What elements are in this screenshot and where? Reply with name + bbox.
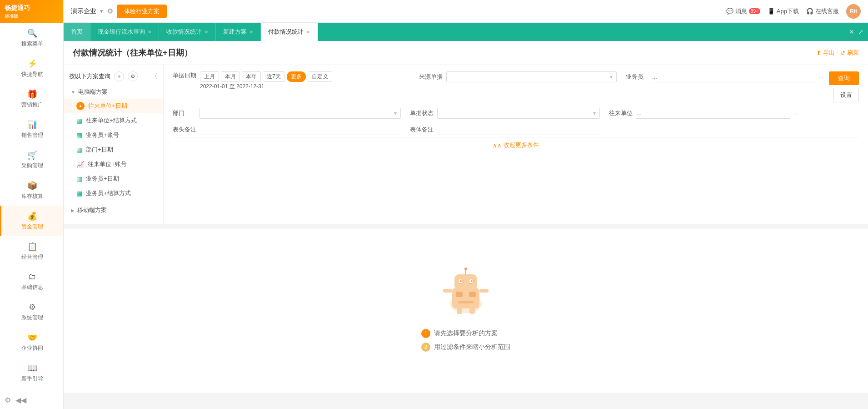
date-btn-本月[interactable]: 本月 <box>221 71 240 82</box>
sidebar-item-nav[interactable]: ⚡快捷导航 <box>0 53 63 84</box>
source-select[interactable]: ▾ <box>446 71 617 82</box>
source-dropdown-icon: ▾ <box>610 74 613 80</box>
scheme-item-s4[interactable]: ▦部门+日期 <box>64 142 163 157</box>
svg-rect-3 <box>469 292 476 297</box>
scheme-active-dot-s1: ● <box>76 102 85 110</box>
scheme-settings-button[interactable]: ⚙ <box>128 71 138 81</box>
filter-action-buttons: 查询 设置 <box>829 71 859 102</box>
tab-payment[interactable]: 付款情况统计✕ <box>261 23 318 41</box>
status-select[interactable]: ▾ <box>437 108 600 119</box>
tab-close-payment[interactable]: ✕ <box>306 30 310 35</box>
status-filter-group: 单据状态 ▾ <box>410 108 609 119</box>
scheme-item-s2[interactable]: ▦往来单位+结算方式 <box>64 113 163 128</box>
sidebar-item-guide[interactable]: 📖新手引导 <box>0 358 63 388</box>
body-note-group: 表体备注 <box>410 124 609 135</box>
date-btn-上月[interactable]: 上月 <box>200 71 219 82</box>
date-btn-本年[interactable]: 本年 <box>242 71 261 82</box>
scheme-chart-icon-s5: 📈 <box>76 161 84 168</box>
sidebar-item-system[interactable]: ⚙系统管理 <box>0 297 63 327</box>
tabs-expand-icon[interactable]: ⤢ <box>858 28 863 35</box>
scheme-item-s7[interactable]: ▦业务员+结算方式 <box>64 186 163 201</box>
topbar-settings-icon[interactable]: ⚙ <box>107 7 113 15</box>
query-button[interactable]: 查询 <box>829 71 859 85</box>
header-note-label: 表头备注 <box>173 126 196 134</box>
system-icon: ⚙ <box>29 302 36 312</box>
sidebar-item-sales[interactable]: 📊销售管理 <box>0 114 63 145</box>
content-area: 付款情况统计（往来单位+日期） ⬆ 导出 ↺ 刷新 按以下方案查询 <box>64 41 868 409</box>
sidebar-item-capital[interactable]: 💰资金管理 <box>0 206 63 236</box>
tab-label-payment: 付款情况统计 <box>268 28 304 36</box>
topbar: 演示企业 ▾ ⚙ 体验行业方案 💬 消息 99+ 📱 App下载 🎧 在线客服 … <box>64 0 868 23</box>
company-dropdown-icon[interactable]: ▾ <box>100 8 103 15</box>
scheme-item-s6[interactable]: ▦业务员+日期 <box>64 172 163 186</box>
tab-new[interactable]: 新建方案✕ <box>216 23 261 41</box>
trial-button[interactable]: 体验行业方案 <box>117 5 167 18</box>
collab-icon: 🤝 <box>27 333 37 343</box>
message-button[interactable]: 💬 消息 99+ <box>726 7 760 15</box>
collapse-scheme-button[interactable]: 〈 <box>151 72 158 81</box>
sidebar-item-label-purchase: 采购管理 <box>21 162 43 170</box>
settings-footer-icon[interactable]: ⚙ <box>5 396 11 404</box>
inventory-icon: 📦 <box>27 181 37 191</box>
collapse-label: 收起更多条件 <box>504 141 539 149</box>
empty-state: 1 请先选择要分析的方案 2 用过滤条件来缩小分析范围 <box>64 229 868 393</box>
sidebar-item-label-basic: 基础信息 <box>21 283 43 291</box>
tab-income[interactable]: 收款情况统计✕ <box>159 23 216 41</box>
scheme-label-s6: 业务员+日期 <box>86 175 119 183</box>
dept-select[interactable]: ▾ <box>199 108 401 119</box>
tab-home[interactable]: 首页 <box>64 23 90 41</box>
topbar-right: 💬 消息 99+ 📱 App下载 🎧 在线客服 Rit <box>726 4 861 19</box>
partner-filter-group: 往来单位 ··· <box>609 108 804 119</box>
empty-tip-1: 1 请先选择要分析的方案 <box>421 329 510 338</box>
desktop-scheme-title[interactable]: ▼ 电脑端方案 <box>64 85 163 99</box>
body-note-input[interactable] <box>437 124 600 135</box>
tab-label-income: 收款情况统计 <box>166 28 202 36</box>
sidebar-item-operations[interactable]: 📋经营管理 <box>0 236 63 267</box>
salesperson-input[interactable] <box>652 71 815 82</box>
date-btn-自定义[interactable]: 自定义 <box>308 71 332 82</box>
tab-close-bank[interactable]: ✕ <box>148 30 151 35</box>
svg-rect-4 <box>458 301 474 303</box>
scheme-item-s1[interactable]: ●往来单位+日期 <box>64 99 163 113</box>
tabs-close-all-icon[interactable]: ✕ <box>849 28 854 35</box>
sidebar-item-basic[interactable]: 🗂基础信息 <box>0 267 63 297</box>
empty-tip-2: 2 用过滤条件来缩小分析范围 <box>421 343 510 352</box>
app-download-button[interactable]: 📱 App下载 <box>768 7 799 15</box>
refresh-button[interactable]: ↺ 刷新 <box>840 49 859 57</box>
sidebar-item-label-guide: 新手引导 <box>21 375 43 383</box>
marketing-icon: 🎁 <box>27 89 37 99</box>
date-btn-更多[interactable]: 更多 <box>287 71 306 82</box>
sidebar-item-marketing[interactable]: 🎁营销推广 <box>0 84 63 114</box>
partner-more-icon[interactable]: ··· <box>794 110 799 117</box>
filter-settings-button[interactable]: 设置 <box>833 88 859 102</box>
tab-bank[interactable]: 现金银行流水查询✕ <box>90 23 159 41</box>
mobile-scheme-title[interactable]: ▶ 移动端方案 <box>64 203 163 217</box>
sidebar-item-purchase[interactable]: 🛒采购管理 <box>0 145 63 175</box>
empty-tips: 1 请先选择要分析的方案 2 用过滤条件来缩小分析范围 <box>421 329 510 356</box>
tab-close-new[interactable]: ✕ <box>249 30 253 35</box>
salesperson-more-icon[interactable]: ··· <box>818 74 823 81</box>
tab-close-income[interactable]: ✕ <box>205 30 208 35</box>
user-avatar[interactable]: Rit <box>846 4 861 19</box>
header-note-input[interactable] <box>200 124 401 135</box>
scheme-item-s5[interactable]: 📈往来单位+账号 <box>64 157 163 172</box>
sidebar-item-collab[interactable]: 🤝企业协同 <box>0 327 63 358</box>
sidebar-item-label-search: 搜索菜单 <box>21 40 43 48</box>
date-btn-近7天[interactable]: 近7天 <box>263 71 285 82</box>
sidebar-item-search[interactable]: 🔍搜索菜单 <box>0 23 63 53</box>
collapse-more-button[interactable]: ∧∧ 收起更多条件 <box>173 137 859 153</box>
partner-input[interactable] <box>636 108 790 119</box>
collapse-sidebar-icon[interactable]: ◀◀ <box>15 396 26 404</box>
export-button[interactable]: ⬆ 导出 <box>816 49 835 57</box>
online-service-button[interactable]: 🎧 在线客服 <box>806 7 839 15</box>
scheme-panel: 按以下方案查询 + ⚙ 〈 ▼ 电脑端方案 ●往来单位+日期▦往来单位+结算方式… <box>64 65 164 224</box>
add-scheme-button[interactable]: + <box>114 71 124 81</box>
sidebar-item-inventory[interactable]: 📦库存核算 <box>0 175 63 206</box>
scheme-label-s2: 往来单位+结算方式 <box>86 116 137 125</box>
app-version: 标准版 <box>5 13 30 20</box>
empty-robot-illustration <box>439 265 493 320</box>
svg-rect-2 <box>456 292 463 297</box>
scheme-item-s3[interactable]: ▦业务员+账号 <box>64 128 163 142</box>
sidebar-item-label-sales: 销售管理 <box>21 131 43 139</box>
status-dropdown-icon: ▾ <box>593 110 596 116</box>
